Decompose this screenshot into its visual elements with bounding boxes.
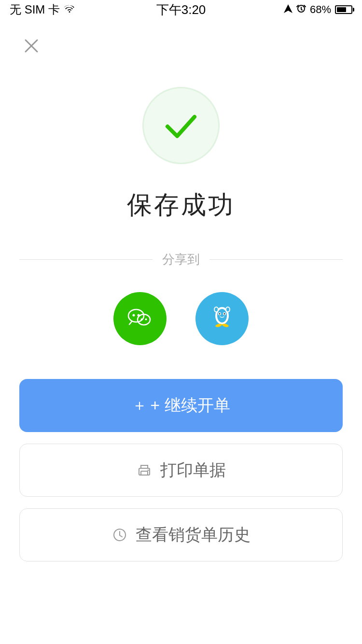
share-line-right (209, 259, 343, 260)
action-buttons: ＋ + 继续开单 打印单据 查看销货单历史 (0, 379, 362, 561)
sim-status: 无 SIM 卡 (10, 2, 60, 17)
share-section: 分享到 (0, 251, 362, 379)
success-circle (142, 87, 220, 164)
success-area: 保存成功 (0, 58, 362, 241)
status-left: 无 SIM 卡 (10, 2, 75, 17)
status-bar: 无 SIM 卡 下午3:20 68% (0, 0, 362, 19)
continue-button[interactable]: ＋ + 继续开单 (19, 379, 343, 432)
share-divider: 分享到 (19, 251, 343, 268)
history-icon (111, 527, 128, 543)
svg-point-14 (224, 313, 225, 315)
share-qq-button[interactable] (195, 292, 249, 345)
svg-point-13 (219, 313, 221, 315)
alarm-icon (296, 3, 306, 16)
print-button[interactable]: 打印单据 (19, 444, 343, 497)
close-area (0, 19, 362, 58)
continue-label: + 继续开单 (150, 394, 230, 417)
status-right: 68% (284, 3, 352, 16)
qq-icon (207, 303, 237, 334)
battery-icon (335, 5, 352, 14)
wifi-icon (64, 3, 75, 16)
svg-point-8 (145, 319, 147, 321)
share-icons-row (19, 292, 343, 345)
location-icon (284, 3, 292, 16)
wechat-icon (125, 303, 155, 334)
svg-point-19 (215, 308, 218, 311)
svg-point-10 (217, 309, 227, 322)
plus-icon: ＋ (132, 395, 147, 416)
svg-point-20 (226, 308, 229, 311)
share-label: 分享到 (162, 251, 200, 268)
print-label: 打印单据 (160, 459, 226, 481)
close-button[interactable] (19, 34, 43, 58)
close-icon (24, 38, 39, 54)
svg-point-4 (133, 314, 135, 317)
svg-point-23 (148, 470, 149, 471)
svg-rect-22 (141, 471, 148, 475)
svg-point-7 (141, 319, 143, 321)
success-title: 保存成功 (127, 188, 235, 222)
history-label: 查看销货单历史 (136, 524, 251, 546)
checkmark-icon (162, 106, 200, 145)
history-button[interactable]: 查看销货单历史 (19, 508, 343, 561)
share-line-left (19, 259, 153, 260)
share-wechat-button[interactable] (113, 292, 167, 345)
status-time: 下午3:20 (156, 1, 206, 18)
battery-percent: 68% (310, 3, 331, 16)
print-icon (136, 462, 153, 478)
